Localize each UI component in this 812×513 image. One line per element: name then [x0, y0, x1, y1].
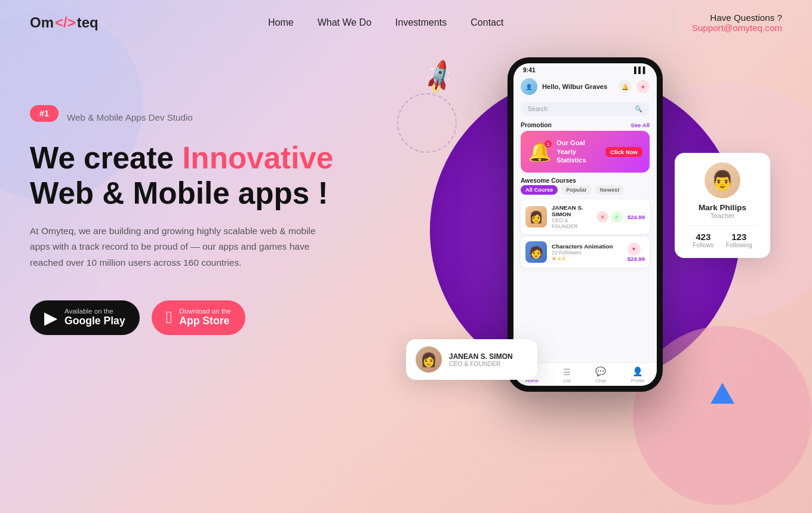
- follows-label: Follows: [693, 242, 713, 248]
- google-btn-big: Google Play: [64, 315, 125, 327]
- dotted-circle-decoration: [397, 93, 457, 153]
- card-name: Mark Philips: [687, 203, 758, 212]
- apple-btn-text: Download on the App Store: [179, 308, 230, 327]
- janean-avatar: 👩: [416, 346, 442, 373]
- phone-search[interactable]: Search 🔍: [521, 102, 650, 116]
- hero-title: We create Innovative Web & Mobile apps !: [30, 141, 388, 211]
- char-card: 🧑 Characters Animation 22 Followers ★ 4.…: [521, 236, 650, 268]
- phone-time: 9:41: [523, 67, 536, 73]
- nav-what-we-do[interactable]: What We Do: [318, 17, 371, 27]
- teacher-info: JANEAN S. SIMON CEO & FOUNDER: [552, 204, 592, 229]
- greeting-text: Hello, Wilbur Graves: [542, 83, 607, 90]
- logo-text-1: Om: [30, 14, 54, 31]
- nav-links: Home What We Do Investments Contact: [268, 17, 504, 28]
- google-play-icon: ▶: [44, 308, 57, 328]
- nav-home[interactable]: Home: [268, 17, 294, 27]
- teacher-price: $24.99: [628, 214, 645, 220]
- apple-btn-big: App Store: [179, 315, 230, 327]
- hero-badge: #1: [30, 105, 59, 122]
- search-icon: 🔍: [635, 105, 642, 113]
- nav-chat-btn[interactable]: 💬 Chat: [595, 367, 606, 383]
- promo-bell: 🔔 1: [528, 140, 552, 163]
- awesome-courses-title: Awesome Courses: [513, 175, 657, 185]
- char-followers: 22 Followers: [552, 250, 623, 256]
- phone-status-bar: 9:41 ▌▌▌: [513, 63, 657, 75]
- support-email[interactable]: Support@omyteq.com: [692, 23, 782, 33]
- janean-name: JANEAN S. SIMON: [449, 352, 513, 361]
- profile-nav-icon: 👤: [632, 367, 643, 377]
- nav-investments[interactable]: Investments: [395, 17, 447, 27]
- follows-stat: 423 Follows: [693, 232, 713, 248]
- apple-icon: : [166, 308, 173, 327]
- hero-badge-label: Web & Mobile Apps Dev Studio: [67, 112, 193, 122]
- hero-title-highlight: Innovative: [182, 141, 333, 175]
- chat-nav-label: Chat: [596, 378, 606, 383]
- teacher-avatar: 👩: [525, 206, 547, 228]
- signal-icon: ▌▌▌: [634, 67, 647, 73]
- chat-nav-icon: 💬: [595, 367, 606, 377]
- google-btn-small: Available on the: [64, 308, 125, 315]
- tab-all-course[interactable]: All Course: [521, 185, 558, 195]
- teacher-name: JANEAN S. SIMON: [552, 204, 592, 217]
- app-store-button[interactable]:  Download on the App Store: [152, 300, 245, 335]
- course-tabs: All Course Popular Newest: [513, 185, 657, 197]
- card-stats: 423 Follows 123 Following: [687, 225, 758, 248]
- phone-greeting: 👤 Hello, Wilbur Graves 🔔 ♥: [521, 78, 650, 95]
- card-role: Teacher: [687, 212, 758, 219]
- list-nav-icon: ☰: [563, 367, 571, 377]
- nav-contact[interactable]: Contact: [470, 17, 503, 27]
- hero-title-part1: We create: [30, 141, 182, 175]
- char-heart-icon[interactable]: ♥: [628, 242, 641, 256]
- phone-screen: 9:41 ▌▌▌ 👤 Hello, Wilbur Graves 🔔: [513, 63, 657, 386]
- char-price: $24.99: [628, 256, 645, 262]
- user-avatar: 👤: [521, 78, 537, 95]
- logo[interactable]: Om </> teq: [30, 14, 99, 31]
- hero-description: At Omyteq, we are building and growing h…: [30, 223, 316, 271]
- tab-newest[interactable]: Newest: [595, 185, 624, 195]
- nav-profile-btn[interactable]: 👤 Profile: [631, 367, 645, 383]
- teacher-card: 👩 JANEAN S. SIMON CEO & FOUNDER ✕ ✓ $24.…: [521, 199, 650, 234]
- promo-text: Our Goal Yearly Statistics: [556, 139, 601, 165]
- promo-card: 🔔 1 Our Goal Yearly Statistics Click Now: [521, 131, 650, 173]
- section-title: Promotion: [521, 122, 552, 128]
- accept-btn[interactable]: ✓: [611, 211, 623, 223]
- promo-title: Our Goal Yearly Statistics: [556, 139, 601, 165]
- search-placeholder: Search: [528, 106, 548, 112]
- heart-icon[interactable]: ♥: [636, 80, 650, 93]
- triangle-decoration: [710, 383, 734, 404]
- reject-btn[interactable]: ✕: [596, 211, 608, 223]
- tab-popular[interactable]: Popular: [561, 185, 592, 195]
- cta-buttons: ▶ Available on the Google Play  Downloa…: [30, 300, 388, 335]
- following-value: 123: [726, 232, 752, 242]
- rocket-decoration: 🚀: [419, 58, 459, 97]
- hero-title-part2: Web & Mobile apps !: [30, 176, 328, 210]
- promotion-section: Promotion See All 🔔 1 Our Goal Yearly St…: [513, 119, 657, 175]
- char-name: Characters Animation: [552, 243, 623, 250]
- card-avatar: 👨: [705, 162, 740, 198]
- see-all-btn[interactable]: See All: [630, 122, 650, 128]
- hero-section: #1 Web & Mobile Apps Dev Studio We creat…: [0, 45, 812, 475]
- nav-list-btn[interactable]: ☰ List: [563, 367, 571, 383]
- greeting-icons: 🔔 ♥: [619, 80, 650, 93]
- nav-right: Have Questions ? Support@omyteq.com: [673, 11, 782, 35]
- char-rating: ★ 4.9: [552, 256, 623, 262]
- notification-icon[interactable]: 🔔: [619, 80, 632, 93]
- teacher-role: CEO & FOUNDER: [552, 217, 592, 229]
- google-play-button[interactable]: ▶ Available on the Google Play: [30, 300, 140, 335]
- floating-teacher-card: 👩 JANEAN S. SIMON CEO & FOUNDER: [406, 339, 537, 380]
- following-stat: 123 Following: [726, 232, 752, 248]
- floating-profile-card: 👨 Mark Philips Teacher 423 Follows 123 F…: [675, 153, 770, 258]
- nav-support: Have Questions ? Support@omyteq.com: [692, 13, 782, 33]
- promo-btn[interactable]: Click Now: [605, 147, 642, 157]
- greeting-left: 👤 Hello, Wilbur Graves: [521, 78, 607, 95]
- navbar: Om </> teq Home What We Do Investments C…: [0, 0, 812, 45]
- profile-nav-label: Profile: [631, 378, 645, 383]
- google-btn-text: Available on the Google Play: [64, 308, 125, 327]
- status-icons: ▌▌▌: [634, 67, 647, 73]
- janean-info: JANEAN S. SIMON CEO & FOUNDER: [449, 352, 513, 367]
- hero-right: 🚀 9:41 ▌▌▌ 👤 Hello, Wilbur G: [388, 57, 782, 475]
- phone-header: 👤 Hello, Wilbur Graves 🔔 ♥: [513, 75, 657, 99]
- list-nav-label: List: [563, 378, 570, 383]
- nav-divider: [673, 11, 674, 35]
- char-info: Characters Animation 22 Followers ★ 4.9: [552, 243, 623, 262]
